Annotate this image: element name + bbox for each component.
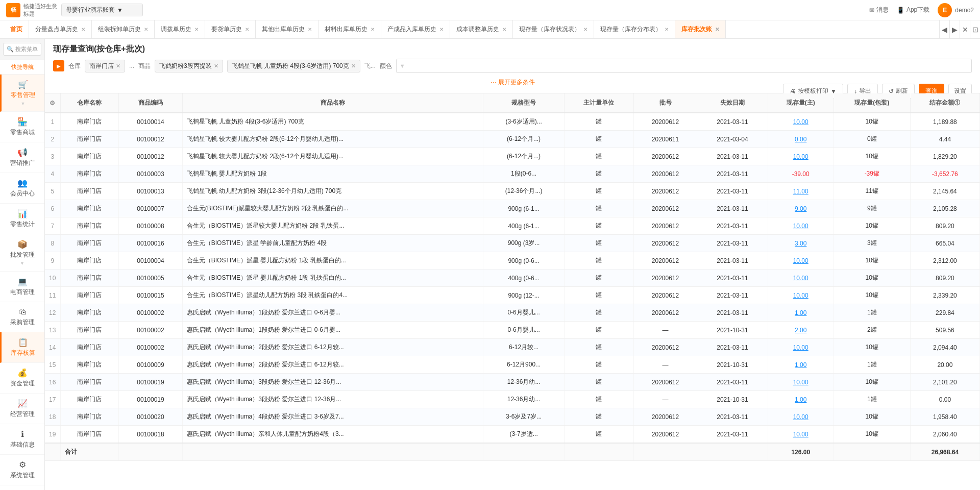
tab-home[interactable]: 首页 [4, 20, 29, 39]
col-amount: 结存金额① [910, 93, 979, 113]
table-cell[interactable]: 0.00 [768, 131, 834, 148]
sidebar-quick-nav[interactable]: 快捷导航 [0, 60, 44, 75]
warehouse-dots[interactable]: ... [129, 62, 134, 69]
tab-6[interactable]: 材料出库单历史 ✕ [318, 20, 381, 39]
table-cell[interactable]: 10.00 [768, 217, 834, 235]
table-cell: 2021-03-11 [697, 235, 768, 252]
sidebar-item-ecommerce[interactable]: 💻 电商管理 [0, 272, 44, 302]
goods-dots[interactable]: 飞... [364, 62, 376, 70]
tab-6-close[interactable]: ✕ [371, 27, 375, 32]
table-cell: 罐 [564, 270, 633, 287]
table-cell[interactable]: 10.00 [768, 270, 834, 287]
sidebar-item-purchase[interactable]: 🛍 采购管理 [0, 302, 44, 332]
sidebar-item-inventory[interactable]: 📋 库存核算 [0, 332, 44, 363]
table-cell[interactable]: 1.00 [768, 304, 834, 322]
table-cell[interactable]: 10.00 [768, 252, 834, 270]
sidebar-item-retail-stats[interactable]: 📊 零售统计 [0, 204, 44, 234]
sidebar-item-retail-mall[interactable]: 🏪 零售商城 [0, 112, 44, 142]
col-checkbox[interactable]: ⚙ [45, 93, 60, 113]
table-cell[interactable]: -39.00 [768, 165, 834, 183]
tab-4-close[interactable]: ✕ [245, 27, 249, 32]
table-cell[interactable]: 3.00 [768, 235, 834, 252]
tab-9[interactable]: 现存量（库存状况表） ✕ [513, 20, 594, 39]
table-cell[interactable]: 10.00 [768, 339, 834, 356]
goods-tag-1[interactable]: 飞鹤奶粉3段丙提装 ✕ [155, 60, 223, 72]
tab-5-close[interactable]: ✕ [308, 27, 312, 32]
sidebar-item-finance[interactable]: 💰 资金管理 [0, 363, 44, 394]
table-cell: 2,101.20 [910, 374, 979, 391]
tab-1[interactable]: 分量盘点单历史 ✕ [29, 20, 92, 39]
goods-tag-1-close[interactable]: ✕ [214, 63, 218, 69]
sidebar-item-wholesale[interactable]: 📦 批发管理 ▼ [0, 234, 44, 272]
tab-2[interactable]: 组装拆卸单历史 ✕ [92, 20, 155, 39]
sidebar-item-member[interactable]: 👥 会员中心 [0, 173, 44, 204]
tab-10-close[interactable]: ✕ [665, 27, 669, 32]
warehouse-tag-close[interactable]: ✕ [116, 63, 120, 69]
table-row: 6南岸门店00100007合生元(BIOSTIME)派星较大婴儿配方奶粉 2段 … [45, 200, 980, 217]
tab-1-close[interactable]: ✕ [81, 27, 85, 32]
app-download-btn[interactable]: 📱 App下载 [897, 6, 929, 14]
goods-filter-label: 商品 [138, 62, 151, 70]
tab-1-label: 分量盘点单历史 [35, 25, 78, 34]
download-icon: 📱 [897, 7, 904, 14]
table-cell[interactable]: 10.00 [768, 287, 834, 304]
tab-9-close[interactable]: ✕ [583, 27, 587, 32]
tab-next-btn[interactable]: ▶ [949, 20, 960, 39]
tab-7-close[interactable]: ✕ [439, 27, 444, 32]
settings-icon[interactable]: ⚙ [50, 100, 55, 107]
table-row: 3南岸门店00100012飞鹤星飞帆 较大婴儿配方奶粉 2段(6-12个月婴幼儿… [45, 148, 980, 165]
tab-3[interactable]: 调拨单历史 ✕ [155, 20, 205, 39]
filter-collapse-btn[interactable]: ▶ [53, 60, 64, 71]
tab-10[interactable]: 现存量（库存分布表） ✕ [594, 20, 675, 39]
sidebar-item-enterprise[interactable]: 🤝 企业协同 [0, 485, 44, 490]
tab-3-close[interactable]: ✕ [194, 27, 199, 32]
tab-expand-btn[interactable]: ⊡ [970, 20, 980, 39]
table-cell[interactable]: 2.00 [768, 322, 834, 339]
sidebar-search-area[interactable]: 🔍 搜索菜单 [0, 39, 44, 60]
table-cell[interactable]: 1.00 [768, 356, 834, 374]
table-cell[interactable]: 10.00 [768, 408, 834, 426]
sidebar-search-input[interactable]: 🔍 搜索菜单 [3, 43, 41, 56]
table-cell[interactable]: 1.00 [768, 391, 834, 408]
table-cell: 20200612 [633, 113, 697, 131]
tab-2-close[interactable]: ✕ [144, 27, 148, 32]
goods-tag-2-close[interactable]: ✕ [351, 63, 356, 69]
table-cell: 12-36月幼... [483, 374, 564, 391]
tab-close-btn[interactable]: ✕ [960, 20, 970, 39]
table-cell[interactable]: 11.00 [768, 183, 834, 200]
sidebar-item-label: 零售统计 [10, 220, 35, 229]
retail-stats-icon: 📊 [17, 209, 28, 218]
sidebar-item-operations[interactable]: 📈 经营管理 [0, 394, 44, 424]
warehouse-tag-1[interactable]: 南岸门店 ✕ [85, 60, 125, 72]
sidebar-item-basics[interactable]: ℹ 基础信息 [0, 424, 44, 455]
org-selector[interactable]: 母婴行业演示账套 ▼ [61, 4, 143, 16]
table-cell: 9 [45, 252, 60, 270]
table-row: 18南岸门店00100020惠氏启赋（Wyeth illuma）4段奶粉 爱尔兰… [45, 408, 980, 426]
color-filter-input[interactable]: ▼ [396, 59, 972, 73]
tab-prev-btn[interactable]: ◀ [939, 20, 949, 39]
col-spec: 规格型号 [483, 93, 564, 113]
table-cell: 南岸门店 [60, 287, 119, 304]
table-cell[interactable]: 10.00 [768, 426, 834, 444]
tab-11-close[interactable]: ✕ [715, 27, 719, 32]
table-cell[interactable]: 10.00 [768, 113, 834, 131]
table-cell: 229.84 [910, 304, 979, 322]
tab-8-close[interactable]: ✕ [502, 27, 506, 32]
tab-8[interactable]: 成本调整单历史 ✕ [450, 20, 513, 39]
goods-tag-2[interactable]: 飞鹤星飞帆 儿童奶粉 4段(3-6岁适用) 700克 ✕ [227, 60, 360, 72]
tab-11[interactable]: 库存批次账 ✕ [675, 20, 726, 39]
table-cell[interactable]: 10.00 [768, 374, 834, 391]
expand-more-btn[interactable]: ⋯ 展开更多条件 [486, 76, 539, 89]
messages-btn[interactable]: ✉ 消息 [869, 6, 889, 14]
sidebar-item-marketing[interactable]: 📢 营销推广 [0, 142, 44, 173]
tab-2-label: 组装拆卸单历史 [98, 25, 141, 34]
table-cell[interactable]: 10.00 [768, 148, 834, 165]
table-cell[interactable]: 9.00 [768, 200, 834, 217]
user-area[interactable]: E demo2 [938, 3, 974, 17]
sidebar-item-system[interactable]: ⚙ 系统管理 [0, 455, 44, 485]
page-title: 现存量查询(按仓库+批次) [53, 44, 972, 55]
tab-7[interactable]: 产成品入库单历史 ✕ [381, 20, 450, 39]
sidebar-item-retail-mgmt[interactable]: 🛒 零售管理 ▼ [0, 75, 44, 112]
tab-5[interactable]: 其他出库单历史 ✕ [256, 20, 318, 39]
tab-4[interactable]: 要货单历史 ✕ [205, 20, 256, 39]
